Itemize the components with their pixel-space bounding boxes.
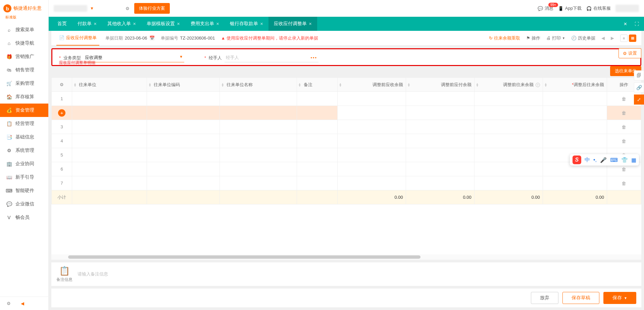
ime-lang[interactable]: 中 bbox=[585, 157, 590, 164]
cell[interactable] bbox=[147, 120, 220, 134]
tab-2[interactable]: 其他收入单✕ bbox=[102, 17, 141, 31]
tab-1[interactable]: 付款单✕ bbox=[72, 17, 102, 31]
cell-num[interactable] bbox=[406, 176, 474, 190]
cell[interactable] bbox=[297, 162, 337, 176]
customer-service-link[interactable]: 🎧 在线客服 bbox=[586, 5, 611, 11]
close-icon[interactable]: ✕ bbox=[260, 22, 263, 26]
settings-button[interactable]: ⚙ 设置 bbox=[618, 48, 641, 58]
document-tab[interactable]: 📄 应收应付调整单 bbox=[56, 31, 99, 46]
cell-num[interactable] bbox=[406, 134, 474, 148]
cell-num[interactable] bbox=[337, 92, 406, 106]
settings-icon[interactable]: ⚙ bbox=[7, 301, 11, 306]
trash-icon[interactable]: 🗑 bbox=[622, 96, 626, 102]
cell-num[interactable] bbox=[406, 92, 474, 106]
table-row[interactable]: +🗑 bbox=[52, 106, 641, 120]
save-button[interactable]: 保存 ▼ bbox=[603, 292, 636, 304]
sidebar-item-3[interactable]: 🛍销售管理 bbox=[0, 63, 48, 77]
sidebar-item-13[interactable]: 💬企业微信 bbox=[0, 197, 48, 211]
col-bal-before[interactable]: ▲▼调整前往来余额 ? bbox=[474, 78, 543, 92]
cell[interactable] bbox=[220, 120, 297, 134]
col-code[interactable]: ▲▼往来单位编码 bbox=[147, 78, 220, 92]
row-delete[interactable]: 🗑 bbox=[607, 134, 641, 148]
cell[interactable] bbox=[147, 134, 220, 148]
fullscreen-icon[interactable]: ⛶ bbox=[633, 20, 641, 28]
trash-icon[interactable]: 🗑 bbox=[622, 110, 626, 116]
horizontal-scrollbar[interactable] bbox=[51, 254, 641, 260]
cell[interactable] bbox=[297, 148, 337, 162]
ime-toolbar[interactable]: S 中 •, 🎤 ⌨ 👕 ▦ bbox=[570, 154, 639, 166]
cell-num[interactable] bbox=[474, 176, 543, 190]
reget-balance-button[interactable]: ↻ 往来余额重取 bbox=[489, 35, 520, 41]
view-grid-icon[interactable]: ▦ bbox=[629, 35, 636, 42]
cell[interactable] bbox=[297, 106, 337, 120]
sidebar-item-0[interactable]: ⌕搜索菜单 bbox=[0, 23, 48, 37]
cell[interactable] bbox=[297, 134, 337, 148]
next-icon[interactable]: ▶ bbox=[611, 36, 614, 41]
sidebar-item-12[interactable]: ⌨智能硬件 bbox=[0, 184, 48, 197]
col-bal-after[interactable]: ▲▼*调整后往来余额 bbox=[543, 78, 607, 92]
cell[interactable] bbox=[297, 92, 337, 106]
cell[interactable] bbox=[220, 176, 297, 190]
cell-num[interactable] bbox=[543, 92, 607, 106]
row-delete[interactable]: 🗑 bbox=[607, 106, 641, 120]
col-gear[interactable]: ⚙ bbox=[52, 78, 72, 92]
collapse-icon[interactable]: ◀ bbox=[21, 301, 24, 306]
sidebar-item-14[interactable]: V畅会员 bbox=[0, 211, 48, 224]
table-row[interactable]: 6🗑 bbox=[52, 162, 641, 176]
cell[interactable] bbox=[72, 134, 147, 148]
cell-num[interactable] bbox=[337, 176, 406, 190]
app-download-link[interactable]: 📱 App下载 bbox=[558, 5, 582, 11]
table-row[interactable]: 1🗑 bbox=[52, 92, 641, 106]
ime-skin-icon[interactable]: 👕 bbox=[621, 157, 628, 163]
remark-input[interactable]: 请输入备注信息 bbox=[78, 271, 636, 277]
sidebar-item-8[interactable]: 📑基础信息 bbox=[0, 130, 48, 144]
user-avatar[interactable] bbox=[615, 5, 639, 12]
cell[interactable] bbox=[147, 176, 220, 190]
business-type-select[interactable]: 应收调整 ▼ bbox=[84, 53, 184, 62]
sidebar-item-11[interactable]: 📖新手引导 bbox=[0, 171, 48, 184]
table-row[interactable]: 5🗑 bbox=[52, 148, 641, 162]
close-icon[interactable]: ✕ bbox=[309, 22, 312, 26]
cell-num[interactable] bbox=[474, 92, 543, 106]
sidebar-item-10[interactable]: 🏢企业协同 bbox=[0, 157, 48, 171]
cell[interactable] bbox=[72, 162, 147, 176]
doc-date-value[interactable]: 2023-06-06 bbox=[125, 36, 147, 41]
ime-mic-icon[interactable]: 🎤 bbox=[600, 157, 607, 163]
cell[interactable] bbox=[72, 120, 147, 134]
tab-3[interactable]: 单据模板设置✕ bbox=[141, 17, 185, 31]
tab-5[interactable]: 银行存取款单✕ bbox=[225, 17, 268, 31]
col-name[interactable]: ▲▼往来单位名称 bbox=[220, 78, 297, 92]
trash-icon[interactable]: 🗑 bbox=[622, 167, 626, 172]
cell[interactable] bbox=[72, 92, 147, 106]
tab-0[interactable]: 首页 bbox=[52, 17, 72, 31]
ime-keyboard-icon[interactable]: ⌨ bbox=[610, 157, 618, 163]
row-delete[interactable]: 🗑 bbox=[607, 120, 641, 134]
sidebar-item-4[interactable]: 🛒采购管理 bbox=[0, 77, 48, 90]
close-tab-icon[interactable]: ✕ bbox=[621, 20, 629, 28]
trash-icon[interactable]: 🗑 bbox=[622, 124, 626, 130]
save-draft-button[interactable]: 保存草稿 bbox=[562, 292, 599, 304]
sidebar-item-2[interactable]: 🎁营销推广 bbox=[0, 50, 48, 63]
cell-num[interactable] bbox=[337, 148, 406, 162]
cell[interactable] bbox=[72, 176, 147, 190]
cell-num[interactable] bbox=[543, 106, 607, 120]
handler-input[interactable]: 经手人 ••• bbox=[225, 53, 318, 62]
ime-punct-icon[interactable]: •, bbox=[593, 157, 597, 163]
cell-num[interactable] bbox=[337, 134, 406, 148]
cell[interactable] bbox=[72, 148, 147, 162]
cell[interactable] bbox=[220, 106, 297, 120]
rail-link-icon[interactable]: 🔗 bbox=[634, 82, 644, 92]
table-row[interactable]: 7🗑 bbox=[52, 176, 641, 190]
tab-6[interactable]: 应收应付调整单✕ bbox=[268, 17, 317, 31]
cell[interactable] bbox=[297, 176, 337, 190]
cell-num[interactable] bbox=[474, 120, 543, 134]
trash-icon[interactable]: 🗑 bbox=[622, 181, 626, 186]
close-icon[interactable]: ✕ bbox=[216, 22, 219, 26]
table-row[interactable]: 4🗑 bbox=[52, 134, 641, 148]
cell-num[interactable] bbox=[337, 162, 406, 176]
cell[interactable] bbox=[147, 148, 220, 162]
discard-button[interactable]: 放弃 bbox=[531, 292, 558, 304]
ime-toolbox-icon[interactable]: ▦ bbox=[631, 157, 636, 163]
view-list-icon[interactable]: ≡ bbox=[620, 35, 628, 42]
gear-icon[interactable]: ⚙ bbox=[126, 6, 130, 11]
